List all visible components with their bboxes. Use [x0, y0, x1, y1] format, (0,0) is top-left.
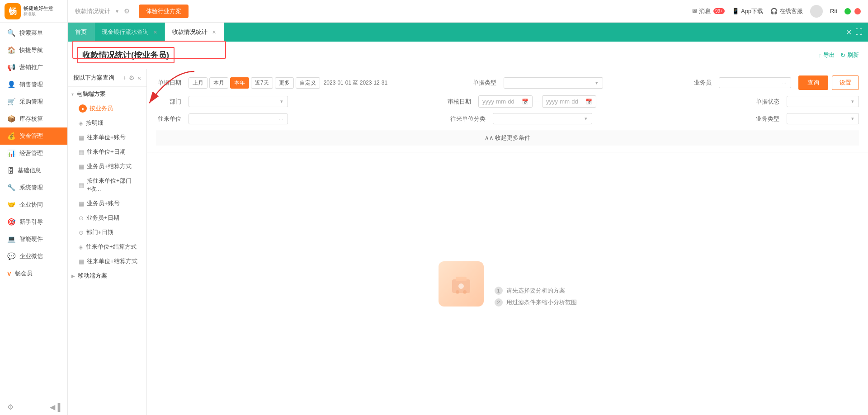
- date-more-btn[interactable]: 更多: [275, 77, 294, 89]
- tree-item-by-detail[interactable]: ◈ 按明细: [71, 116, 146, 130]
- filter-settings-button[interactable]: 设置: [832, 75, 859, 90]
- main-area: 收款情况统计 ▾ ⚙ 体验行业方案 ✉ 消息 99+ 📱 App下载 🎧 在线客…: [68, 0, 868, 415]
- tree-item-partner-settlement1[interactable]: ◈ 往来单位+结算方式: [71, 240, 146, 254]
- partner-settlement1-icon: ◈: [79, 244, 83, 250]
- sidebar-label-operation: 经营管理: [19, 149, 43, 157]
- tree-item-by-salesperson[interactable]: ● 按业务员: [71, 101, 146, 116]
- panel-settings-button[interactable]: ⚙: [129, 74, 135, 81]
- voucher-status-label: 单据状态: [754, 98, 779, 106]
- tree-item-partner-settlement2[interactable]: ▦ 往来单位+结算方式: [71, 254, 146, 269]
- salesperson-select[interactable]: ···: [719, 77, 791, 88]
- tree-desktop-items: ● 按业务员 ◈ 按明细 ▦ 往来单位+账号 ▦ 往来单位+日期: [68, 101, 146, 269]
- panel-add-button[interactable]: +: [123, 74, 126, 81]
- sidebar-item-marketing[interactable]: 📢 营销推广: [0, 59, 67, 76]
- tree-label-dept-date: 部门+日期: [86, 228, 113, 236]
- tree-group-desktop[interactable]: ▾ 电脑端方案: [68, 87, 146, 101]
- review-date-from[interactable]: yyyy-mm-dd 📅: [478, 95, 533, 108]
- empty-tips: 1 请先选择要分析的方案 2 用过滤条件来缩小分析范围: [495, 287, 577, 307]
- hardware-icon: 💻: [7, 235, 16, 243]
- tree-item-salesperson-settlement[interactable]: ▦ 业务员+结算方式: [71, 159, 146, 174]
- collapse-filter-btn[interactable]: ∧∧ 收起更多条件: [156, 130, 859, 146]
- date-this-year-btn[interactable]: 本年: [230, 77, 249, 89]
- topbar-gear-icon[interactable]: ⚙: [124, 7, 130, 15]
- tree-item-salesperson-date[interactable]: ⊙ 业务员+日期: [71, 211, 146, 225]
- tab-collection-label: 收款情况统计: [172, 28, 208, 36]
- voucher-status-select[interactable]: ▾: [787, 96, 859, 107]
- empty-tip-2: 2 用过滤条件来缩小分析范围: [495, 298, 577, 307]
- tab-home[interactable]: 首页: [68, 23, 94, 42]
- panel-collapse-button[interactable]: «: [137, 74, 141, 81]
- settings-footer-icon[interactable]: ⚙: [7, 403, 14, 411]
- date-last-month-btn[interactable]: 上月: [189, 77, 208, 89]
- voucher-status-chevron: ▾: [851, 99, 854, 104]
- tab-bank[interactable]: 现金银行流水查询 ✕: [94, 23, 165, 42]
- business-type-select[interactable]: ▾: [787, 113, 859, 124]
- tab-close-all-icon[interactable]: ✕: [846, 28, 852, 37]
- tab-collection-close[interactable]: ✕: [212, 29, 216, 35]
- refresh-button[interactable]: ↻ 刷新: [840, 51, 859, 59]
- tree-item-dept-date[interactable]: ⊙ 部门+日期: [71, 225, 146, 240]
- tree-item-partner-dept-collect[interactable]: ▦ 按往来单位+部门+收...: [71, 174, 146, 196]
- tree-label-partner-settlement2: 往来单位+结算方式: [87, 257, 137, 265]
- close-window-button[interactable]: [854, 8, 861, 14]
- trial-button[interactable]: 体验行业方案: [139, 5, 189, 18]
- sidebar-item-enterprise[interactable]: 🤝 企业协同: [0, 196, 67, 213]
- salesperson-chevron-more: ···: [782, 80, 786, 85]
- service-icon: 🎧: [770, 8, 778, 14]
- topbar: 收款情况统计 ▾ ⚙ 体验行业方案 ✉ 消息 99+ 📱 App下载 🎧 在线客…: [68, 0, 868, 23]
- tree-item-salesperson-account[interactable]: ▦ 业务员+账号: [71, 196, 146, 211]
- tab-collection[interactable]: 收款情况统计 ✕: [165, 23, 224, 42]
- salesperson-account-icon: ▦: [79, 200, 84, 207]
- maximize-button[interactable]: [844, 8, 851, 14]
- partner-category-select[interactable]: ▾: [493, 113, 592, 124]
- date-quick-buttons: 上月 本月 本年 近7天 更多 自定义 2023-01-01 至 2023-12…: [189, 77, 387, 89]
- sidebar-item-basic[interactable]: 🗄 基础信息: [0, 162, 67, 179]
- collapse-arrow: ∧∧: [485, 134, 494, 141]
- online-service-button[interactable]: 🎧 在线客服: [770, 7, 803, 15]
- sidebar-item-inventory[interactable]: 📦 库存核算: [0, 110, 67, 127]
- right-content: 单据日期 上月 本月 本年 近7天 更多 自定义 2023-01-01 至 20…: [147, 69, 868, 415]
- export-button[interactable]: ↑ 导出: [819, 51, 835, 59]
- review-date-to[interactable]: yyyy-mm-dd 📅: [542, 95, 596, 108]
- sidebar-label-basic: 基础信息: [18, 166, 41, 174]
- user-avatar[interactable]: [810, 5, 823, 18]
- tree-group-mobile[interactable]: ▶ 移动端方案: [68, 269, 146, 283]
- logo-area: 畅 畅捷通好生意 标准版: [0, 0, 67, 23]
- app-download-button[interactable]: 📱 App下载: [732, 7, 763, 15]
- sidebar-item-finance[interactable]: 💰 资金管理: [0, 127, 67, 145]
- sidebar-item-hardware[interactable]: 💻 智能硬件: [0, 231, 67, 248]
- filter-action-buttons: 查询 设置: [798, 75, 859, 90]
- sidebar-item-wechat[interactable]: 💬 企业微信: [0, 248, 67, 265]
- date-this-month-btn[interactable]: 本月: [209, 77, 228, 89]
- sidebar-item-quick-nav[interactable]: 🏠 快捷导航: [0, 42, 67, 59]
- sidebar-item-sales[interactable]: 👤 销售管理: [0, 76, 67, 93]
- tabbar: 首页 现金银行流水查询 ✕ 收款情况统计 ✕ ✕ ⛶: [68, 23, 868, 42]
- voucher-type-select[interactable]: ▾: [504, 77, 603, 89]
- tab-bank-close[interactable]: ✕: [153, 29, 157, 35]
- inventory-icon: 📦: [7, 115, 16, 123]
- query-button[interactable]: 查询: [798, 75, 828, 90]
- sidebar-item-guide[interactable]: 🎯 新手引导: [0, 213, 67, 231]
- tree-item-partner-date[interactable]: ▦ 往来单位+日期: [71, 145, 146, 159]
- topbar-dropdown-icon[interactable]: ▾: [116, 8, 118, 14]
- sidebar-item-purchase[interactable]: 🛒 采购管理: [0, 93, 67, 110]
- collapse-sidebar-icon[interactable]: ◀▐: [50, 403, 60, 411]
- partner-select[interactable]: ···: [189, 113, 288, 124]
- sidebar-item-system[interactable]: 🔧 系统管理: [0, 179, 67, 196]
- panel-header-actions: + ⚙ «: [123, 74, 141, 81]
- sidebar-item-search[interactable]: 🔍 搜索菜单: [0, 24, 67, 42]
- dept-select[interactable]: ▾: [189, 96, 288, 107]
- tree-item-partner-account[interactable]: ▦ 往来单位+账号: [71, 130, 146, 145]
- sidebar-item-member[interactable]: V 畅会员: [0, 265, 67, 282]
- tree-label-salesperson-date: 业务员+日期: [86, 214, 119, 222]
- date-custom-btn[interactable]: 自定义: [296, 77, 320, 89]
- date-last-7-days-btn[interactable]: 近7天: [251, 77, 273, 89]
- page-title: 收款情况统计(按业务员): [77, 47, 175, 63]
- topbar-left: 收款情况统计 ▾ ⚙: [75, 7, 130, 15]
- tree-label-partner-dept-collect: 按往来单位+部门+收...: [87, 177, 141, 193]
- empty-tip-1: 1 请先选择要分析的方案: [495, 287, 577, 295]
- tab-expand-icon[interactable]: ⛶: [855, 28, 863, 36]
- sidebar-item-operation[interactable]: 📊 经营管理: [0, 145, 67, 162]
- tree-group-mobile-label: 移动端方案: [78, 272, 107, 280]
- message-button[interactable]: ✉ 消息 99+: [692, 7, 725, 15]
